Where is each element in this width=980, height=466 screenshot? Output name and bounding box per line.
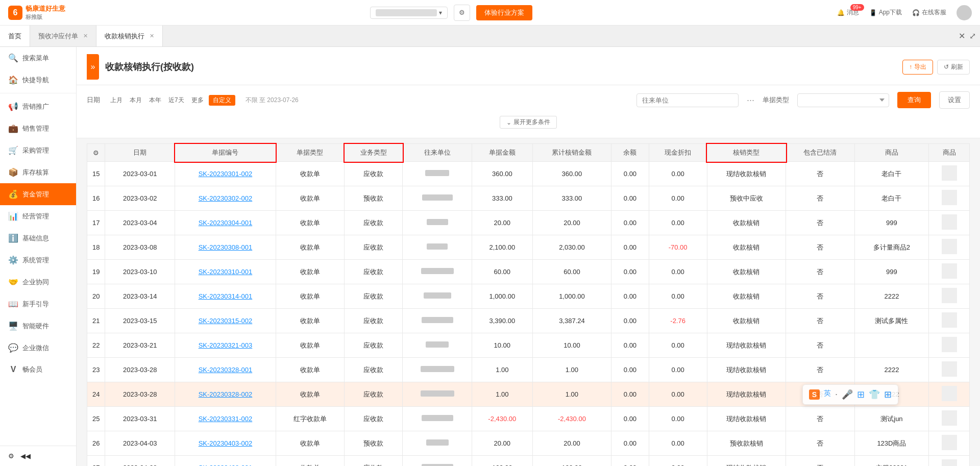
doc-type-select[interactable]	[797, 93, 889, 107]
message-button[interactable]: 🔔 消息 99+	[837, 8, 859, 17]
cell-accum: -2,430.00	[532, 407, 611, 431]
cell-amount: 3,390.00	[472, 309, 533, 333]
cell-discount: 0.00	[649, 358, 707, 382]
sidebar-item-sales[interactable]: 💼 销售管理	[0, 117, 76, 139]
workspace-dropdown[interactable]: ▾	[370, 7, 448, 19]
cell-partner	[403, 309, 472, 333]
tab-home[interactable]: 首页	[0, 26, 30, 46]
col-goods2: 商品	[929, 144, 970, 162]
cell-order-no: SK-20230308-001	[175, 235, 276, 260]
refresh-button[interactable]: ↺ 刷新	[937, 60, 970, 75]
industry-button[interactable]: 体验行业方案	[476, 5, 532, 20]
tab-prepay[interactable]: 预收冲应付单 ✕	[30, 26, 96, 46]
page-actions: ↑ 导出 ↺ 刷新	[902, 60, 970, 75]
order-link[interactable]: SK-20230321-003	[199, 341, 253, 349]
cell-settled: 否	[786, 211, 854, 235]
wm-shirt-icon[interactable]: 👕	[869, 389, 880, 400]
sidebar-item-corp[interactable]: 🤝 企业协同	[0, 271, 76, 293]
partner-input[interactable]	[636, 93, 739, 107]
finance-icon: 💰	[8, 189, 18, 199]
order-link[interactable]: SK-20230328-002	[199, 390, 253, 398]
cell-no: 16	[87, 186, 105, 211]
cell-no: 27	[87, 456, 105, 467]
sidebar-item-system[interactable]: ⚙️ 系统管理	[0, 249, 76, 271]
cell-order-no: SK-20230301-002	[175, 162, 276, 186]
this-month-btn[interactable]: 本月	[128, 95, 144, 106]
last7-btn[interactable]: 近7天	[166, 95, 186, 106]
sidebar-item-wechat[interactable]: 💬 企业微信	[0, 337, 76, 359]
wm-grid-icon[interactable]: ⊞	[857, 389, 865, 400]
prepay-tab-close[interactable]: ✕	[83, 33, 88, 39]
order-link[interactable]: SK-20230304-001	[199, 219, 253, 227]
order-link[interactable]: SK-20230403-002	[199, 439, 253, 447]
sidebar-item-hardware[interactable]: 🖥️ 智能硬件	[0, 315, 76, 337]
col-settled: 包含已结清	[786, 144, 854, 162]
sidebar-item-quicknav[interactable]: 🏠 快捷导航	[0, 69, 76, 91]
cell-goods1: 123D商品	[854, 431, 929, 456]
user-avatar[interactable]	[957, 5, 972, 20]
sidebar-item-guide[interactable]: 📖 新手引导	[0, 293, 76, 315]
order-link[interactable]: SK-20230302-002	[199, 194, 253, 202]
sidebar-item-search[interactable]: 🔍 搜索菜单	[0, 47, 76, 69]
sidebar-item-finance[interactable]: 💰 资金管理	[0, 183, 76, 205]
cell-accum: 60.00	[532, 260, 611, 284]
export-button[interactable]: ↑ 导出	[902, 60, 933, 75]
expand-conditions-btn[interactable]: ⌄ 展开更多条件	[500, 116, 557, 129]
cell-order-no: SK-20230408-001	[175, 456, 276, 467]
cell-goods1: 老白干	[854, 162, 929, 186]
cell-partner	[403, 260, 472, 284]
order-link[interactable]: SK-20230301-002	[199, 170, 253, 178]
order-link[interactable]: SK-20230310-001	[199, 268, 253, 276]
custom-date-btn[interactable]: 自定义	[209, 95, 235, 106]
sidebar-item-purchase[interactable]: 🛒 采购管理	[0, 139, 76, 161]
more-btn[interactable]: 更多	[189, 95, 206, 106]
cell-biz-type: 应收款	[345, 309, 403, 333]
sidebar-item-inventory[interactable]: 📦 库存核算	[0, 161, 76, 183]
maximize-button[interactable]: ⤢	[969, 31, 976, 41]
tab-verify[interactable]: 收款核销执行 ✕	[96, 26, 163, 46]
cell-verify-type: 收款核销	[707, 211, 786, 235]
settings-icon[interactable]: ⚙	[8, 452, 14, 460]
order-link[interactable]: SK-20230331-002	[199, 415, 253, 423]
sidebar-item-operations[interactable]: 📊 经营管理	[0, 205, 76, 227]
order-link[interactable]: SK-20230308-001	[199, 243, 253, 251]
sidebar-item-marketing[interactable]: 📢 营销推广	[0, 95, 76, 117]
cell-order-no: SK-20230314-001	[175, 284, 276, 309]
sidebar-label-finance: 资金管理	[22, 190, 49, 199]
order-link[interactable]: SK-20230408-001	[199, 464, 253, 466]
order-link[interactable]: SK-20230328-001	[199, 366, 253, 374]
verify-tab-close[interactable]: ✕	[150, 33, 154, 39]
sidebar-item-basic[interactable]: ℹ️ 基础信息	[0, 227, 76, 249]
cell-doc-type: 收款单	[276, 358, 344, 382]
gear-button[interactable]: ⚙	[454, 5, 470, 21]
collapse-icon[interactable]: ◀◀	[20, 452, 31, 460]
wm-icon-1[interactable]: 英	[824, 389, 831, 400]
cell-doc-type: 收款单	[276, 235, 344, 260]
sidebar-collapse-btn[interactable]: »	[87, 54, 99, 80]
last-month-btn[interactable]: 上月	[108, 95, 125, 106]
this-year-btn[interactable]: 本年	[147, 95, 163, 106]
cell-doc-type: 收款单	[276, 211, 344, 235]
cell-verify-type: 收款核销	[707, 235, 786, 260]
app-download-button[interactable]: 📱 App下载	[869, 8, 902, 17]
guide-icon: 📖	[8, 299, 18, 309]
order-link[interactable]: SK-20230314-001	[199, 292, 253, 300]
watermark-box: S 英 · 🎤 ⊞ 👕 ⊞	[802, 384, 898, 405]
top-bar-right: 🔔 消息 99+ 📱 App下载 🎧 在线客服	[837, 5, 972, 20]
col-settings[interactable]: ⚙	[87, 144, 105, 162]
filter-more-dots[interactable]: ···	[747, 95, 754, 106]
cell-date: 2023-03-14	[105, 284, 175, 309]
query-button[interactable]: 查询	[897, 92, 931, 108]
wm-grid2-icon[interactable]: ⊞	[884, 389, 892, 400]
wm-mic-icon[interactable]: 🎤	[842, 389, 853, 400]
cell-goods2	[929, 211, 970, 235]
cell-goods1: 2222	[854, 284, 929, 309]
order-link[interactable]: SK-20230315-002	[199, 317, 253, 325]
table-row: 22 2023-03-21 SK-20230321-003 收款单 应收款 10…	[87, 333, 970, 358]
table-row: 20 2023-03-14 SK-20230314-001 收款单 应收款 1,…	[87, 284, 970, 309]
cell-goods2	[929, 235, 970, 260]
setting-button[interactable]: 设置	[939, 91, 970, 109]
online-service-button[interactable]: 🎧 在线客服	[912, 8, 946, 17]
sidebar-item-member[interactable]: V 畅会员	[0, 359, 76, 380]
close-tab-button[interactable]: ✕	[959, 31, 965, 41]
